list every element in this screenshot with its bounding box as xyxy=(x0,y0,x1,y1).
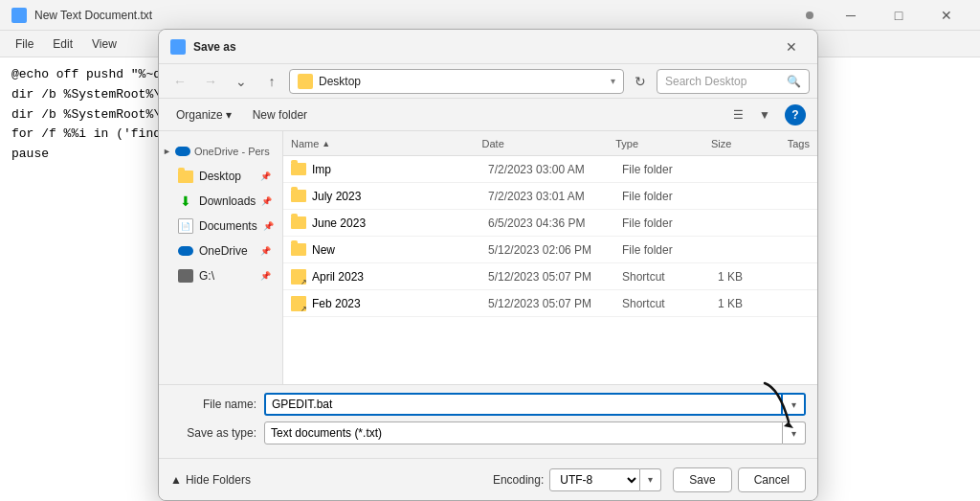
onedrive-section-header[interactable]: ► OneDrive - Pers xyxy=(159,139,282,164)
savetype-select-container: Text documents (*.txt) ▾ xyxy=(264,421,806,444)
sidebar-item-onedrive[interactable]: OneDrive 📌 xyxy=(163,239,278,263)
hide-folders-button[interactable]: ▲ Hide Folders xyxy=(170,473,251,487)
dialog-close-button[interactable]: ✕ xyxy=(777,35,806,58)
dialog-organize-toolbar: Organize ▾ New folder ☰ ▼ ? xyxy=(159,99,817,131)
dialog-sidebar: ► OneDrive - Pers Desktop 📌 ⬇ Downloads … xyxy=(159,131,283,384)
desktop-pin-icon: 📌 xyxy=(260,171,271,181)
documents-label: Documents xyxy=(199,219,257,233)
drive-g-pin-icon: 📌 xyxy=(260,271,271,281)
notepad-title: New Text Document.txt xyxy=(34,9,798,22)
dialog-main-area: ► OneDrive - Pers Desktop 📌 ⬇ Downloads … xyxy=(159,131,817,384)
file-type-july2023: File folder xyxy=(622,190,718,203)
parent-dir-button[interactable]: ↑ xyxy=(258,69,285,94)
hide-folders-label: Hide Folders xyxy=(186,473,251,487)
search-icon: 🔍 xyxy=(787,75,801,88)
file-type-feb2023: Shortcut xyxy=(622,297,718,310)
downloads-pin-icon: 📌 xyxy=(261,196,272,206)
hide-folders-arrow: ▲ xyxy=(170,473,182,487)
onedrive-icon xyxy=(175,147,190,156)
view-list-button[interactable]: ☰ xyxy=(725,103,750,126)
file-row-april2023[interactable]: April 2023 5/12/2023 05:07 PM Shortcut 1… xyxy=(283,263,817,290)
sidebar-item-downloads[interactable]: ⬇ Downloads 📌 xyxy=(163,189,278,214)
encoding-select[interactable]: UTF-8 ANSI UTF-16 LE UTF-16 BE xyxy=(549,468,640,491)
filename-row: File name: ▾ xyxy=(170,393,806,416)
file-name-july2023: July 2023 xyxy=(312,190,488,203)
edit-menu[interactable]: Edit xyxy=(45,34,80,55)
shortcut-icon-feb2023 xyxy=(291,296,306,311)
view-menu[interactable]: View xyxy=(84,34,124,55)
sort-arrow-icon: ▲ xyxy=(322,139,330,148)
savetype-label: Save as type: xyxy=(170,426,256,440)
maximize-button[interactable]: □ xyxy=(877,0,921,31)
address-dropdown-arrow[interactable]: ▾ xyxy=(611,76,615,86)
address-text: Desktop xyxy=(319,75,605,88)
file-type-imp: File folder xyxy=(622,163,718,176)
column-date[interactable]: Date xyxy=(482,138,616,149)
dialog-file-area: Name ▲ Date Type Size Tags Imp 7/2/2023 … xyxy=(283,131,817,384)
filename-dropdown-button[interactable]: ▾ xyxy=(783,393,806,416)
file-row-june2023[interactable]: June 2023 6/5/2023 04:36 PM File folder xyxy=(283,210,817,237)
up-button[interactable]: ⌄ xyxy=(228,69,255,94)
cancel-button[interactable]: Cancel xyxy=(738,467,806,492)
notepad-window-controls: ─ □ ✕ xyxy=(829,0,969,31)
encoding-section: Encoding: UTF-8 ANSI UTF-16 LE UTF-16 BE… xyxy=(493,468,661,491)
onedrive-sidebar-icon xyxy=(178,246,193,256)
organize-button[interactable]: Organize ▾ xyxy=(170,104,237,125)
sidebar-item-documents[interactable]: 📄 Documents 📌 xyxy=(163,214,278,239)
sidebar-item-drive-g[interactable]: G:\ 📌 xyxy=(163,263,278,288)
notepad-titlebar: New Text Document.txt ─ □ ✕ xyxy=(0,0,980,31)
dialog-footer: ▲ Hide Folders Encoding: UTF-8 ANSI UTF-… xyxy=(159,458,817,500)
dialog-nav-toolbar: ← → ⌄ ↑ Desktop ▾ ↻ Search Desktop 🔍 xyxy=(159,64,817,99)
encoding-dropdown-button[interactable]: ▾ xyxy=(640,468,661,491)
file-row-imp[interactable]: Imp 7/2/2023 03:00 AM File folder xyxy=(283,156,817,183)
downloads-icon: ⬇ xyxy=(178,194,193,209)
documents-pin-icon: 📌 xyxy=(263,221,274,231)
filename-input[interactable] xyxy=(264,393,783,416)
minimize-button[interactable]: ─ xyxy=(829,0,873,31)
file-name-april2023: April 2023 xyxy=(312,270,488,284)
file-menu[interactable]: File xyxy=(8,34,41,55)
documents-icon: 📄 xyxy=(178,218,193,234)
column-type[interactable]: Type xyxy=(615,138,711,149)
desktop-folder-icon xyxy=(178,171,193,183)
section-arrow-icon: ► xyxy=(163,147,171,156)
folder-icon-june2023 xyxy=(291,216,306,229)
file-list-header: Name ▲ Date Type Size Tags xyxy=(283,131,817,156)
file-date-july2023: 7/2/2023 03:01 AM xyxy=(488,190,622,203)
encoding-label: Encoding: xyxy=(493,473,544,487)
file-date-feb2023: 5/12/2023 05:07 PM xyxy=(488,297,622,310)
file-row-new[interactable]: New 5/12/2023 02:06 PM File folder xyxy=(283,237,817,263)
savetype-row: Save as type: Text documents (*.txt) ▾ xyxy=(170,421,806,444)
file-size-feb2023: 1 KB xyxy=(718,297,794,310)
column-tags[interactable]: Tags xyxy=(788,138,810,149)
onedrive-sidebar-label: OneDrive xyxy=(199,244,248,258)
file-name-imp: Imp xyxy=(312,163,488,176)
file-date-new: 5/12/2023 02:06 PM xyxy=(488,243,622,257)
file-row-feb2023[interactable]: Feb 2023 5/12/2023 05:07 PM Shortcut 1 K… xyxy=(283,290,817,317)
view-options-button[interactable]: ▼ xyxy=(752,103,777,126)
notepad-icon xyxy=(11,8,27,23)
column-name[interactable]: Name ▲ xyxy=(291,138,482,149)
close-button[interactable]: ✕ xyxy=(924,0,969,31)
savetype-dropdown-button[interactable]: ▾ xyxy=(783,421,806,444)
help-button[interactable]: ? xyxy=(785,104,806,125)
save-button[interactable]: Save xyxy=(673,467,731,492)
back-button[interactable]: ← xyxy=(167,69,193,94)
organize-label: Organize xyxy=(176,108,223,122)
address-bar[interactable]: Desktop ▾ xyxy=(289,69,624,94)
sidebar-item-desktop[interactable]: Desktop 📌 xyxy=(163,164,278,189)
file-date-june2023: 6/5/2023 04:36 PM xyxy=(488,216,622,230)
new-folder-button[interactable]: New folder xyxy=(245,104,315,125)
search-bar[interactable]: Search Desktop 🔍 xyxy=(657,69,810,94)
file-name-june2023: June 2023 xyxy=(312,216,488,230)
file-row-july2023[interactable]: July 2023 7/2/2023 03:01 AM File folder xyxy=(283,183,817,210)
folder-icon-imp xyxy=(291,163,306,175)
forward-button[interactable]: → xyxy=(197,69,224,94)
refresh-button[interactable]: ↻ xyxy=(628,69,653,94)
folder-icon-july2023 xyxy=(291,190,306,202)
column-size[interactable]: Size xyxy=(711,138,788,149)
encoding-select-container: UTF-8 ANSI UTF-16 LE UTF-16 BE ▾ xyxy=(549,468,661,491)
drive-g-label: G:\ xyxy=(199,269,214,283)
savetype-select[interactable]: Text documents (*.txt) xyxy=(264,421,783,444)
file-type-june2023: File folder xyxy=(622,216,718,230)
